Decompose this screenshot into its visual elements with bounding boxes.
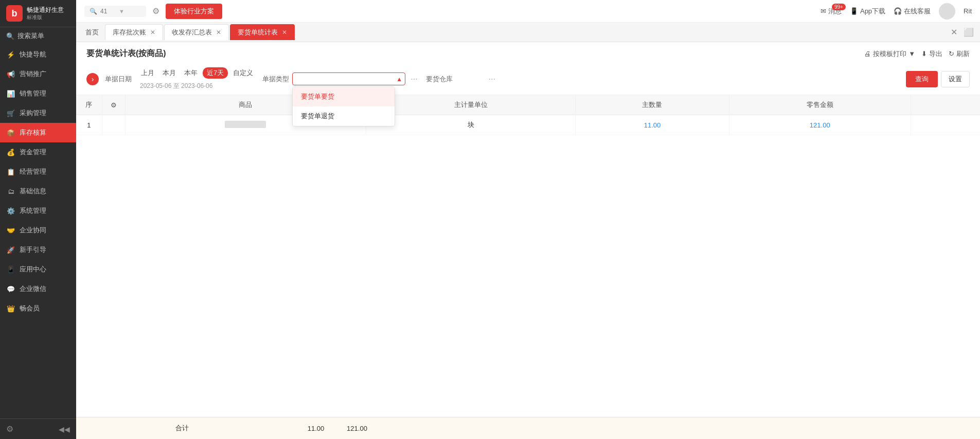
query-button[interactable]: 查询 <box>906 71 938 87</box>
date-btn-custom[interactable]: 自定义 <box>230 67 256 79</box>
sidebar-item-marketing[interactable]: 📢 营销推广 <box>0 64 76 84</box>
page-content: 要货单统计表(按商品) 🖨 按模板打印 ▼ ⬇ 导出 ↻ 刷新 › <box>76 42 980 439</box>
sidebar-item-finance[interactable]: 💰 资金管理 <box>0 142 76 162</box>
export-action[interactable]: ⬇ 导出 <box>921 49 942 59</box>
date-filter-label: 单据日期 <box>105 75 132 84</box>
col-header-extra <box>911 95 980 115</box>
col-settings-icon[interactable]: ⚙ <box>111 101 117 109</box>
tab-order-stats[interactable]: 要货单统计表 ✕ <box>230 24 295 40</box>
messages-item[interactable]: ✉ 消息 99+ <box>821 7 842 16</box>
quantity-link[interactable]: 11.00 <box>644 121 661 129</box>
print-label: 按模板打印 <box>873 49 906 59</box>
sidebar-item-app-center[interactable]: 📱 应用中心 <box>0 260 76 279</box>
marketing-icon: 📢 <box>6 70 15 78</box>
sidebar-item-vip[interactable]: 👑 畅会员 <box>0 299 76 318</box>
topbar-search-icon: 🔍 <box>90 8 97 15</box>
filter-expand-button[interactable]: › <box>86 73 99 85</box>
app-logo-text: 畅捷通好生意 标准版 <box>27 6 64 22</box>
guide-icon: 🚀 <box>6 246 15 254</box>
sidebar-item-inventory[interactable]: 📦 库存核算 <box>0 123 76 142</box>
topbar: 🔍 ▼ ⚙ 体验行业方案 ✉ 消息 99+ 📱 App下载 🎧 在线客服 Rit <box>76 0 980 23</box>
dropdown-item-order-return[interactable]: 要货单退货 <box>293 106 395 126</box>
online-service-item[interactable]: 🎧 在线客服 <box>894 7 931 16</box>
vip-icon: 👑 <box>6 305 15 313</box>
export-icon: ⬇ <box>921 50 927 58</box>
purchase-icon: 🛒 <box>6 109 15 117</box>
sidebar-item-purchase[interactable]: 🛒 采购管理 <box>0 103 76 123</box>
sidebar-item-label: 企业微信 <box>20 284 46 294</box>
type-filter-label: 单据类型 <box>262 75 289 84</box>
cell-index: 1 <box>76 115 102 135</box>
enterprise-icon: 🤝 <box>6 227 15 234</box>
date-buttons: 上月 本月 本年 近7天 自定义 <box>138 67 256 79</box>
sidebar-item-label: 应用中心 <box>20 265 46 274</box>
date-range-display: 2023-05-06 至 2023-06-06 <box>140 82 212 90</box>
warehouse-filter-field: 要货仓库 ··· <box>426 74 900 85</box>
sidebar-item-label: 库存核算 <box>20 128 46 137</box>
sidebar-item-guide[interactable]: 🚀 新手引导 <box>0 240 76 260</box>
messages-badge: 99+ <box>832 4 846 10</box>
search-icon: 🔍 <box>6 32 14 40</box>
sidebar-item-operations[interactable]: 📋 经营管理 <box>0 162 76 181</box>
footer-total-label: 合计 <box>131 424 234 433</box>
close-all-tabs-button[interactable]: ✕ <box>949 26 959 38</box>
sidebar-item-enterprise[interactable]: 🤝 企业协同 <box>0 221 76 240</box>
tab-close-icon[interactable]: ✕ <box>282 29 287 36</box>
date-btn-recent7[interactable]: 近7天 <box>203 67 228 79</box>
sidebar-item-sales[interactable]: 📊 销售管理 <box>0 84 76 103</box>
sidebar-item-label: 企业协同 <box>20 226 46 235</box>
sidebar-item-wechat[interactable]: 💬 企业微信 <box>0 279 76 299</box>
app-download-item[interactable]: 📱 App下载 <box>850 7 885 16</box>
refresh-icon: ↻ <box>949 50 954 58</box>
type-filter-more-button[interactable]: ··· <box>408 74 419 85</box>
cell-unit: 块 <box>366 115 576 135</box>
print-action[interactable]: 🖨 按模板打印 ▼ <box>864 49 915 59</box>
date-btn-this-year[interactable]: 本年 <box>181 67 201 79</box>
date-btn-this-month[interactable]: 本月 <box>159 67 179 79</box>
user-avatar[interactable] <box>939 3 955 20</box>
sidebar-item-label: 基础信息 <box>20 187 46 196</box>
sidebar-item-quick-nav[interactable]: ⚡ 快捷导航 <box>0 45 76 64</box>
quick-nav-icon: ⚡ <box>6 51 15 59</box>
sidebar-item-label: 资金管理 <box>20 148 46 157</box>
sidebar-search-item[interactable]: 🔍 搜索菜单 <box>0 27 76 45</box>
sidebar-item-label: 新手引导 <box>20 245 46 254</box>
settings-button[interactable]: 设置 <box>941 71 970 87</box>
refresh-action[interactable]: ↻ 刷新 <box>949 49 970 59</box>
sidebar-item-system[interactable]: ⚙️ 系统管理 <box>0 201 76 221</box>
tab-home[interactable]: 首页 <box>80 25 104 40</box>
sidebar-logo: b 畅捷通好生意 标准版 <box>0 0 76 27</box>
sidebar-item-label: 畅会员 <box>20 304 40 313</box>
topbar-search-box[interactable]: 🔍 ▼ <box>84 6 146 17</box>
tab-close-icon[interactable]: ✕ <box>150 29 155 36</box>
topbar-search-input[interactable] <box>100 8 116 15</box>
tab-batch-ledger[interactable]: 库存批次账 ✕ <box>105 24 163 40</box>
col-header-unit: 主计量单位 <box>366 95 576 115</box>
restore-tab-button[interactable]: ⬜ <box>961 26 976 38</box>
tab-receipt-summary[interactable]: 收发存汇总表 ✕ <box>164 24 229 40</box>
system-icon: ⚙️ <box>6 207 15 215</box>
print-dropdown-icon[interactable]: ▼ <box>908 50 915 58</box>
sidebar-item-basic[interactable]: 🗂 基础信息 <box>0 181 76 201</box>
sidebar-item-label: 系统管理 <box>20 206 46 215</box>
type-select-input[interactable] <box>292 72 405 85</box>
col-header-amount: 零售金额 <box>729 95 911 115</box>
tab-close-icon[interactable]: ✕ <box>216 29 221 36</box>
topbar-gear-icon[interactable]: ⚙ <box>152 6 159 16</box>
topbar-search-dropdown-icon[interactable]: ▼ <box>119 8 124 14</box>
cell-settings <box>102 115 125 135</box>
page-header-actions: 🖨 按模板打印 ▼ ⬇ 导出 ↻ 刷新 <box>864 49 970 59</box>
page-title: 要货单统计表(按商品) <box>86 48 166 59</box>
dropdown-item-order-purchase[interactable]: 要货单要货 <box>293 87 395 106</box>
date-btn-up-month[interactable]: 上月 <box>138 67 157 79</box>
sidebar-settings-icon[interactable]: ⚙ <box>6 424 13 434</box>
table-body: 1 块 11.00 121.00 <box>76 115 980 135</box>
amount-link[interactable]: 121.00 <box>810 121 830 129</box>
sidebar-item-label: 快捷导航 <box>20 50 46 59</box>
industry-solution-button[interactable]: 体验行业方案 <box>166 4 222 19</box>
sidebar-collapse-btn[interactable]: ◀◀ <box>59 425 70 433</box>
warehouse-filter-more-button[interactable]: ··· <box>487 74 497 85</box>
export-label: 导出 <box>929 49 942 59</box>
topbar-right: ✉ 消息 99+ 📱 App下载 🎧 在线客服 Rit <box>821 3 972 20</box>
col-header-settings[interactable]: ⚙ <box>102 95 125 115</box>
